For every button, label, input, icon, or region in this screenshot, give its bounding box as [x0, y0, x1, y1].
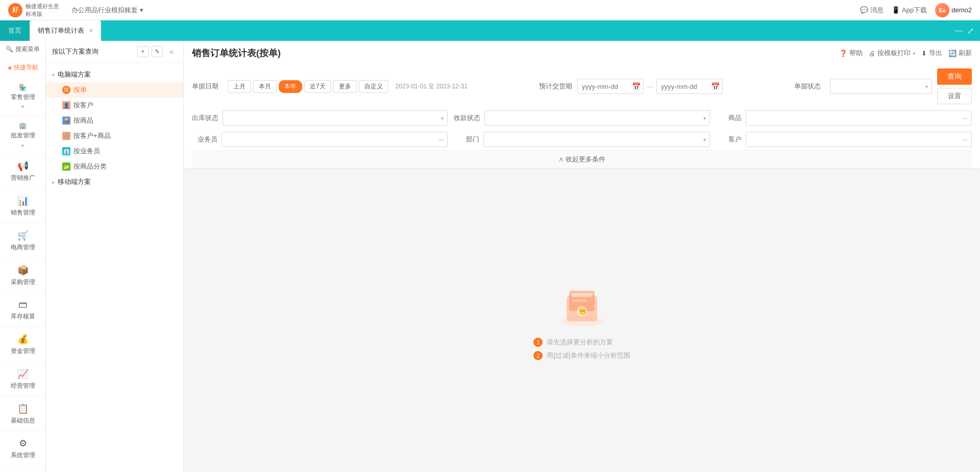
- sidebar-item-enterprise[interactable]: 🤝 企业协同: [0, 466, 45, 472]
- sidebar-item-system[interactable]: ⚙ 系统管理: [0, 432, 45, 466]
- step-num-1: 1: [533, 338, 543, 347]
- collapse-conditions-button[interactable]: ∧ 收起更多条件: [192, 150, 972, 168]
- top-bar-left: 好 畅捷通好生意 标准版 办公用品行业模拟账套 ▾: [8, 3, 143, 17]
- sidebar-item-inventory[interactable]: 🗃 库存核算: [0, 293, 45, 327]
- customer-dots-icon[interactable]: ···: [962, 135, 968, 144]
- scheme-icon-customer-goods: 🔗: [62, 132, 70, 140]
- more-btn[interactable]: 更多: [333, 80, 357, 93]
- out-status-field: 出库状态 ▾: [192, 110, 448, 126]
- scheme-collapse-button[interactable]: «: [166, 46, 177, 57]
- export-button[interactable]: ⬇ 导出: [921, 49, 942, 58]
- sidebar-item-retail[interactable]: 🏪 零售管理 ▾: [0, 78, 45, 116]
- tree-item-by-salesman[interactable]: 👔 按业务员: [46, 144, 183, 159]
- logo-area: 好 畅捷通好生意 标准版: [8, 3, 59, 17]
- refresh-button[interactable]: 🔄 刷新: [948, 49, 972, 58]
- query-button[interactable]: 查询: [937, 68, 972, 85]
- scheme-icon-salesman: 👔: [62, 147, 70, 155]
- goods-field: 商品 ···: [716, 110, 972, 126]
- receipt-status-field: 收款状态 ▾: [454, 110, 709, 126]
- out-status-select[interactable]: [223, 110, 448, 126]
- sidebar-item-finance[interactable]: 💰 资金管理: [0, 327, 45, 362]
- scheme-icon-category: 📂: [62, 162, 70, 171]
- logo-text: 畅捷通好生意 标准版: [26, 3, 59, 17]
- receipt-status-select[interactable]: [484, 110, 709, 126]
- customer-field: 客户 ···: [716, 132, 972, 147]
- tree-expand-arrow: ▾: [52, 72, 55, 78]
- last-month-btn[interactable]: 上月: [228, 80, 251, 93]
- tab-sales-order-stat[interactable]: 销售订单统计表 ×: [30, 20, 101, 41]
- download-icon: 📱: [892, 6, 900, 14]
- out-status-control: ▾: [223, 110, 448, 126]
- receipt-status-control: ▾: [484, 110, 709, 126]
- tree-item-by-goods[interactable]: 📦 按商品: [46, 113, 183, 128]
- app-download-button[interactable]: 📱 App下载: [892, 6, 927, 15]
- customer-input[interactable]: [746, 132, 972, 147]
- inventory-icon: 🗃: [18, 299, 28, 310]
- expected-date-end[interactable]: [656, 79, 723, 94]
- expected-date-start[interactable]: [577, 79, 644, 94]
- department-field: 部门 ▾: [454, 132, 709, 147]
- template-print-button[interactable]: 🖨 按模板打印 ▾: [869, 49, 915, 58]
- empty-steps: 1 请先选择要分析的方案 2 用[过滤]条件来缩小分析范围: [533, 338, 630, 360]
- step-num-2: 2: [533, 351, 543, 360]
- tab-close-icon[interactable]: ×: [89, 27, 93, 34]
- expected-date-group: 📅 — 📅: [577, 79, 723, 94]
- sidebar-item-sales[interactable]: 📊 销售管理: [0, 189, 45, 224]
- department-select[interactable]: [483, 132, 709, 147]
- salesman-field: 业务员 ···: [192, 132, 448, 147]
- sidebar-item-purchase[interactable]: 📦 采购管理: [0, 258, 45, 293]
- empty-step-1: 1 请先选择要分析的方案: [533, 338, 630, 347]
- salesman-input[interactable]: [222, 132, 448, 147]
- user-profile[interactable]: Ea demo2: [935, 3, 972, 17]
- message-button[interactable]: 💬 消息: [860, 6, 884, 15]
- tab-home[interactable]: 首页: [0, 20, 30, 41]
- svg-rect-3: [572, 293, 592, 297]
- sidebar-item-marketing[interactable]: 📢 营销推广: [0, 154, 45, 189]
- customer-control: ···: [746, 132, 972, 147]
- salesman-dots-icon[interactable]: ···: [438, 135, 444, 144]
- content-area: 按以下方案查询 + ✎ « ▾ 电脑端方案 按 按单: [46, 41, 980, 472]
- help-link[interactable]: ❓ 帮助: [839, 49, 863, 58]
- tree-group-desktop: ▾ 电脑端方案 按 按单 👤 按客户 📦 按商品: [46, 67, 183, 174]
- scheme-edit-button[interactable]: ✎: [152, 46, 163, 57]
- recent7-btn[interactable]: 近7天: [304, 80, 331, 93]
- custom-btn[interactable]: 自定义: [359, 80, 388, 93]
- window-maximize-icon[interactable]: ⤢: [967, 26, 974, 36]
- print-icon: 🖨: [869, 50, 875, 57]
- main-layout: 🔍 搜索菜单 ★ 快捷导航 🏪 零售管理 ▾ 🏢 批发管理 ▴ 📢 营销推广 📊…: [0, 41, 980, 472]
- scheme-icon-customer: 👤: [62, 101, 70, 109]
- sidebar-search[interactable]: 🔍 搜索菜单: [0, 41, 45, 58]
- tree-group-desktop-header[interactable]: ▾ 电脑端方案: [46, 67, 183, 82]
- tree-item-by-goods-category[interactable]: 📂 按商品分类: [46, 159, 183, 174]
- sidebar-item-shortcut[interactable]: ★ 快捷导航: [0, 58, 45, 78]
- print-arrow-icon: ▾: [913, 51, 915, 56]
- goods-label: 商品: [716, 113, 742, 123]
- date-range-display: 2023-01-01 至 2023-12-31: [396, 82, 468, 91]
- this-month-btn[interactable]: 本月: [253, 80, 277, 93]
- tree-item-by-order[interactable]: 按 按单: [46, 82, 183, 98]
- sidebar-item-wholesale[interactable]: 🏢 批发管理 ▴: [0, 116, 45, 154]
- svg-text:😶: 😶: [579, 308, 586, 315]
- main-content: 销售订单统计表(按单) ❓ 帮助 🖨 按模板打印 ▾ ⬇: [184, 41, 980, 472]
- this-year-btn[interactable]: 本年: [279, 80, 302, 93]
- tree-item-by-customer[interactable]: 👤 按客户: [46, 98, 183, 113]
- goods-input[interactable]: [746, 110, 972, 126]
- empty-illustration: 😶: [551, 280, 612, 332]
- scheme-panel-header: 按以下方案查询 + ✎ «: [46, 41, 183, 63]
- window-minimize-icon[interactable]: —: [955, 26, 963, 35]
- sidebar-item-operations[interactable]: 📈 经营管理: [0, 362, 45, 397]
- sidebar-item-basic-info[interactable]: 📋 基础信息: [0, 397, 45, 432]
- department-control: ▾: [483, 132, 709, 147]
- sidebar-item-ecommerce[interactable]: 🛒 电商管理: [0, 224, 45, 258]
- system-icon: ⚙: [19, 438, 27, 449]
- export-icon: ⬇: [921, 50, 927, 57]
- scheme-add-button[interactable]: +: [137, 46, 149, 57]
- settings-button[interactable]: 设置: [937, 88, 972, 104]
- tree-arrow-mobile: ▸: [52, 179, 55, 185]
- breadcrumb[interactable]: 办公用品行业模拟账套 ▾: [71, 6, 143, 15]
- tree-group-mobile-header[interactable]: ▸ 移动端方案: [46, 174, 183, 190]
- tree-item-by-customer-goods[interactable]: 🔗 按客户+商品: [46, 128, 183, 144]
- top-bar-right: 💬 消息 📱 App下载 Ea demo2: [860, 3, 972, 17]
- status-select[interactable]: [830, 79, 932, 94]
- goods-dots-icon[interactable]: ···: [962, 114, 968, 122]
